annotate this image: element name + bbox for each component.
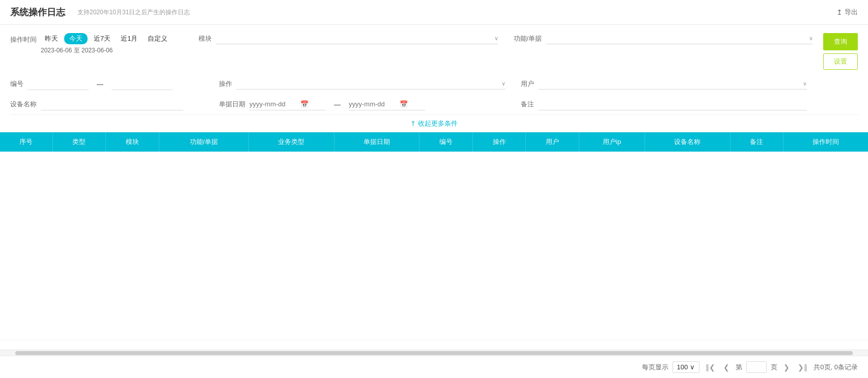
number-dash: —: [97, 80, 103, 88]
table-header-row: 序号 类型 模块 功能/单据 业务类型 单据日期 编号 操作 用户 用户ip 设…: [0, 132, 868, 152]
col-operation: 操作: [472, 132, 525, 152]
settings-button[interactable]: 设置: [823, 53, 858, 70]
filter-section: 操作时间 昨天 今天 近7天 近1月 自定义 2023-06-06 至 2023…: [0, 25, 868, 132]
date-end-input[interactable]: [349, 100, 400, 108]
page-header: 系统操作日志 支持2020年10月31日之后产生的操作日志 ↥ 导出: [0, 0, 868, 25]
page-container: 系统操作日志 支持2020年10月31日之后产生的操作日志 ↥ 导出 操作时间 …: [0, 0, 868, 378]
time-filter-group: 操作时间 昨天 今天 近7天 近1月 自定义 2023-06-06 至 2023…: [10, 33, 183, 55]
col-remark: 备注: [730, 132, 783, 152]
export-label: 导出: [845, 8, 858, 17]
device-filter-group: 设备名称: [10, 98, 204, 110]
remark-input[interactable]: [538, 98, 807, 110]
operation-select[interactable]: ∨: [236, 78, 506, 90]
date-start-input[interactable]: [249, 100, 300, 108]
device-input[interactable]: [41, 98, 183, 110]
time-range-display: 2023-06-06 至 2023-06-06: [41, 46, 172, 55]
export-button[interactable]: ↥ 导出: [836, 8, 858, 17]
export-icon: ↥: [836, 8, 843, 16]
col-number: 编号: [419, 132, 472, 152]
table-body: [0, 152, 868, 340]
last-page-button[interactable]: ❯‖: [796, 362, 809, 372]
collapse-button[interactable]: ⤒ 收起更多条件: [410, 119, 458, 128]
col-biz-type: 业务类型: [249, 132, 334, 152]
number-end-input[interactable]: [111, 78, 173, 90]
col-op-time: 操作时间: [783, 132, 868, 152]
user-filter-group: 用户 ∨: [521, 78, 807, 90]
device-label: 设备名称: [10, 100, 37, 109]
date-end-wrap: 📅: [349, 98, 425, 110]
page-label: 第: [736, 363, 742, 372]
function-select[interactable]: ∨: [546, 33, 813, 44]
number-label: 编号: [10, 79, 23, 89]
total-info: 共0页, 0条记录: [814, 363, 858, 372]
time-btn-1month[interactable]: 近1月: [117, 33, 142, 44]
module-chevron-icon: ∨: [494, 35, 498, 42]
per-page-label: 每页显示: [642, 363, 668, 372]
voucher-date-label: 单据日期: [219, 100, 245, 109]
prev-page-button[interactable]: ❮: [721, 362, 732, 372]
scrollbar-thumb[interactable]: [15, 351, 853, 355]
function-filter-group: 功能/单据 ∨: [514, 33, 814, 44]
time-btn-today[interactable]: 今天: [64, 33, 88, 44]
time-btn-7days[interactable]: 近7天: [90, 33, 115, 44]
time-label: 操作时间: [10, 35, 37, 44]
function-chevron-icon: ∨: [809, 35, 813, 42]
operation-chevron-icon: ∨: [501, 80, 506, 87]
page-number-input[interactable]: 1: [746, 361, 767, 373]
time-btn-custom[interactable]: 自定义: [144, 33, 172, 44]
collapse-up-icon: ⤒: [410, 120, 416, 128]
calendar-start-icon[interactable]: 📅: [300, 100, 309, 108]
page-title: 系统操作日志: [10, 6, 65, 18]
date-start-wrap: 📅: [249, 98, 326, 110]
pagination-bar: 每页显示 100 ∨ ‖❮ ❮ 第 1 页 ❯ ❯‖ 共0页, 0条记录: [0, 356, 868, 378]
empty-area: [4, 157, 864, 335]
user-chevron-icon: ∨: [803, 80, 807, 87]
voucher-date-filter-group: 单据日期 📅 — 📅: [219, 98, 506, 110]
page-size-select[interactable]: 100 ∨: [673, 361, 700, 373]
module-select[interactable]: ∨: [216, 33, 498, 44]
operation-filter-group: 操作 ∨: [219, 78, 506, 90]
action-buttons: 查询 设置: [823, 33, 858, 70]
col-user-ip: 用户ip: [579, 132, 645, 152]
number-filter-group: 编号 —: [10, 78, 204, 90]
col-function: 功能/单据: [159, 132, 248, 152]
function-label: 功能/单据: [514, 34, 542, 43]
date-dash: —: [334, 101, 341, 108]
time-btn-yesterday[interactable]: 昨天: [41, 33, 62, 44]
page-subtitle: 支持2020年10月31日之后产生的操作日志: [77, 8, 190, 17]
calendar-end-icon[interactable]: 📅: [400, 100, 408, 108]
scrollbar-area[interactable]: [0, 350, 868, 356]
time-options: 昨天 今天 近7天 近1月 自定义 2023-06-06 至 2023-06-0…: [41, 33, 172, 55]
col-voucher-date: 单据日期: [334, 132, 419, 152]
collapse-label: 收起更多条件: [418, 119, 458, 128]
col-module: 模块: [106, 132, 159, 152]
remark-label: 备注: [521, 100, 534, 109]
data-table: 序号 类型 模块 功能/单据 业务类型 单据日期 编号 操作 用户 用户ip 设…: [0, 132, 868, 340]
col-index: 序号: [0, 132, 52, 152]
remark-filter-group: 备注: [521, 98, 807, 110]
first-page-button[interactable]: ‖❮: [704, 362, 717, 372]
col-device: 设备名称: [645, 132, 730, 152]
collapse-bar: ⤒ 收起更多条件: [10, 114, 858, 132]
table-container: 序号 类型 模块 功能/单据 业务类型 单据日期 编号 操作 用户 用户ip 设…: [0, 132, 868, 350]
operation-label: 操作: [219, 79, 232, 89]
table-header: 序号 类型 模块 功能/单据 业务类型 单据日期 编号 操作 用户 用户ip 设…: [0, 132, 868, 152]
page-size-value: 100: [677, 363, 688, 371]
empty-row: [0, 152, 868, 340]
next-page-button[interactable]: ❯: [781, 362, 792, 372]
page-unit: 页: [771, 363, 777, 372]
module-filter-group: 模块 ∨: [199, 33, 498, 44]
col-user: 用户: [526, 132, 579, 152]
module-label: 模块: [199, 34, 212, 43]
user-label: 用户: [521, 79, 534, 89]
number-start-input[interactable]: [27, 78, 89, 90]
col-type: 类型: [52, 132, 105, 152]
row3-filter: 设备名称 单据日期 📅 — 📅 备注: [10, 98, 858, 110]
page-size-chevron-icon: ∨: [690, 363, 695, 371]
row2-filter: 编号 — 操作 ∨ 用户 ∨: [10, 78, 858, 90]
empty-cell: [0, 152, 868, 340]
query-button[interactable]: 查询: [823, 33, 858, 50]
user-select[interactable]: ∨: [538, 78, 807, 90]
